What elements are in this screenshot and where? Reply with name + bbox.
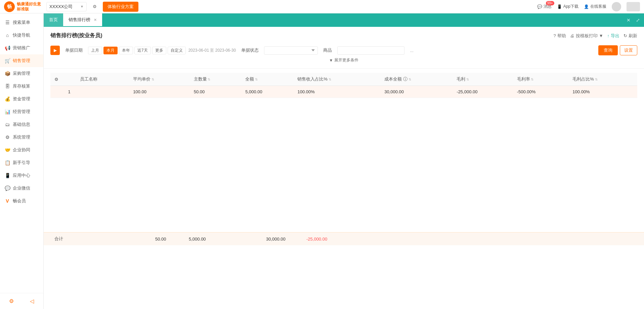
expand-more-conditions[interactable]: ▼ 展开更多条件 bbox=[50, 55, 637, 65]
sidebar-item-app-center[interactable]: 📱 应用中心 bbox=[0, 169, 43, 182]
status-select[interactable] bbox=[264, 46, 318, 55]
sidebar-item-label: 新手引导 bbox=[13, 160, 30, 166]
date-btn-this-month[interactable]: 本月 bbox=[103, 47, 118, 54]
avatar[interactable] bbox=[612, 2, 621, 11]
goods-input[interactable] bbox=[337, 46, 404, 55]
guide-icon: 📋 bbox=[5, 160, 10, 165]
col-gross-profit[interactable]: 毛利 bbox=[453, 73, 513, 86]
footer-cost-total: 30,000.00 bbox=[266, 237, 306, 242]
col-cost-total[interactable]: 成本全额 ⓘ bbox=[380, 73, 453, 86]
search-orders-icon: ☰ bbox=[5, 20, 10, 25]
date-filter-label: 单据日期 bbox=[65, 47, 83, 53]
date-btn-custom[interactable]: 自定义 bbox=[168, 47, 186, 54]
sidebar-item-basic-info[interactable]: 🗂 基础信息 bbox=[0, 118, 43, 131]
col-gross-rate[interactable]: 毛利率 bbox=[513, 73, 569, 86]
date-btn-this-year[interactable]: 本年 bbox=[119, 47, 133, 54]
col-settings[interactable]: ⚙ bbox=[50, 73, 62, 86]
sidebar-item-wechat[interactable]: 💬 企业微信 bbox=[0, 182, 43, 195]
page-actions: ? 帮助 🖨 按模板打印 ▼ ↑ 导出 ↻ bbox=[553, 33, 637, 39]
tab-right-actions: ✕ ⤢ bbox=[625, 13, 644, 27]
sidebar-item-purchase[interactable]: 📦 采购管理 bbox=[0, 67, 43, 80]
sidebar-item-label: 企业协同 bbox=[13, 147, 30, 153]
online-service-button[interactable]: 👤 在线客服 bbox=[584, 4, 606, 9]
tab-sales-ranking-label: 销售排行榜 bbox=[69, 17, 90, 23]
sidebar-item-inventory[interactable]: 🗄 库存核算 bbox=[0, 80, 43, 93]
refresh-button[interactable]: ↻ 刷新 bbox=[624, 33, 637, 39]
app-download-button[interactable]: 📱 App下载 bbox=[557, 4, 578, 9]
row-cost-total: 30,000.00 bbox=[380, 86, 453, 98]
filter-expand-arrow[interactable]: ▶ bbox=[50, 46, 60, 55]
sidebar-collapse-button[interactable]: ◁ bbox=[23, 296, 41, 306]
row-total-amount: 5,000.00 bbox=[241, 86, 293, 98]
logo-text: 畅康通好生意 标准版 bbox=[17, 2, 41, 11]
sidebar-item-sales[interactable]: 🛒 销售管理 bbox=[0, 54, 43, 67]
logo-icon: 畅 bbox=[4, 1, 15, 12]
sidebar-item-label: 营销推广 bbox=[13, 45, 30, 51]
sidebar-item-quick-nav[interactable]: ⌂ 快捷导航 bbox=[0, 29, 43, 42]
inventory-icon: 🗄 bbox=[5, 84, 10, 89]
sidebar-item-member[interactable]: V 畅会员 bbox=[0, 195, 43, 207]
col-sales-pct[interactable]: 销售收入占比% bbox=[293, 73, 380, 86]
table-row: 1 100.00 50.00 5,000.00 100.00% 30,000.0… bbox=[50, 86, 637, 98]
sidebar-item-label: 快捷导航 bbox=[13, 32, 30, 38]
sidebar-item-marketing[interactable]: 📢 营销推广 bbox=[0, 42, 43, 54]
print-chevron-icon: ▼ bbox=[599, 33, 603, 38]
sidebar-item-guide[interactable]: 📋 新手引导 bbox=[0, 156, 43, 169]
company-selector[interactable]: XXXXX公司 ▼ bbox=[46, 2, 87, 11]
tab-home[interactable]: 首页 bbox=[44, 13, 63, 27]
sidebar-item-system[interactable]: ⚙ 系统管理 bbox=[0, 131, 43, 144]
col-avg-price[interactable]: 平均单价 bbox=[129, 73, 190, 86]
date-range-display: 2023-06-01 至 2023-06-30 bbox=[188, 48, 236, 53]
table-footer: 合计 50.00 5,000.00 30,000.00 -25,000.00 bbox=[44, 232, 644, 245]
sidebar-item-label: 基础信息 bbox=[13, 121, 30, 127]
settings-button[interactable]: 设置 bbox=[620, 45, 637, 55]
avatar-text[interactable] bbox=[627, 2, 640, 11]
export-button[interactable]: ↑ 导出 bbox=[607, 33, 620, 39]
sidebar-item-enterprise[interactable]: 🤝 企业协同 bbox=[0, 144, 43, 156]
tab-expand-button[interactable]: ⤢ bbox=[635, 16, 641, 24]
content-area: 首页 销售排行榜 ✕ ✕ ⤢ 销售排行榜(按业务员) bbox=[44, 13, 644, 309]
system-icon: ⚙ bbox=[5, 135, 10, 140]
date-btn-7days[interactable]: 近7天 bbox=[134, 47, 151, 54]
tab-home-label: 首页 bbox=[49, 17, 58, 23]
row-gross-pct: 100.00% bbox=[568, 86, 637, 98]
date-btn-last-month[interactable]: 上月 bbox=[88, 47, 102, 54]
help-button[interactable]: ? 帮助 bbox=[553, 33, 566, 39]
filter-row: ▶ 单据日期 上月 本月 本年 近7天 更多 自定义 2023-06-01 至 … bbox=[50, 45, 637, 55]
footer-total-label: 合计 bbox=[54, 236, 128, 242]
more-options-icon[interactable]: ... bbox=[410, 48, 414, 53]
wechat-icon: 💬 bbox=[5, 186, 10, 191]
tab-close-button[interactable]: ✕ bbox=[625, 16, 632, 24]
basic-info-icon: 🗂 bbox=[5, 122, 10, 127]
filter-arrow-icon: ▶ bbox=[54, 48, 57, 53]
tab-close-icon[interactable]: ✕ bbox=[94, 18, 97, 22]
query-button[interactable]: 查询 bbox=[598, 45, 618, 55]
top-bar: 畅 畅康通好生意 标准版 XXXXX公司 ▼ ⚙ 体验行业方案 💬 消息 99+… bbox=[0, 0, 644, 13]
sidebar-item-label: 采购管理 bbox=[13, 70, 30, 76]
marketing-icon: 📢 bbox=[5, 45, 10, 51]
col-main-qty[interactable]: 主数量 bbox=[190, 73, 242, 86]
col-total-amount[interactable]: 全额 bbox=[241, 73, 293, 86]
try-industry-button[interactable]: 体验行业方案 bbox=[103, 2, 138, 12]
row-gross-rate: -500.00% bbox=[513, 86, 569, 98]
purchase-icon: 📦 bbox=[5, 71, 10, 76]
print-button[interactable]: 🖨 按模板打印 ▼ bbox=[570, 33, 603, 39]
print-icon: 🖨 bbox=[570, 33, 574, 38]
enterprise-icon: 🤝 bbox=[5, 147, 10, 153]
date-btn-more[interactable]: 更多 bbox=[152, 47, 166, 54]
company-arrow-icon: ▼ bbox=[80, 5, 84, 8]
footer-main-qty: 50.00 bbox=[155, 237, 189, 242]
sidebar-item-search-orders[interactable]: ☰ 搜索菜单 bbox=[0, 16, 43, 29]
sidebar-item-finance[interactable]: 💰 资金管理 bbox=[0, 93, 43, 105]
message-button[interactable]: 💬 消息 99+ bbox=[537, 4, 552, 9]
app-download-icon: 📱 bbox=[557, 4, 562, 9]
sidebar-settings-button[interactable]: ⚙ bbox=[3, 296, 20, 306]
sidebar-item-operation[interactable]: 📊 经营管理 bbox=[0, 105, 43, 118]
col-gross-pct[interactable]: 毛利占比% bbox=[568, 73, 637, 86]
sidebar-item-label: 经营管理 bbox=[13, 109, 30, 115]
row-sales-pct: 100.00% bbox=[293, 86, 380, 98]
tab-bar: 首页 销售排行榜 ✕ ✕ ⤢ bbox=[44, 13, 644, 27]
sidebar-bottom: ⚙ ◁ bbox=[0, 293, 43, 309]
tab-sales-ranking[interactable]: 销售排行榜 ✕ bbox=[63, 13, 102, 27]
company-settings-icon[interactable]: ⚙ bbox=[89, 1, 100, 12]
